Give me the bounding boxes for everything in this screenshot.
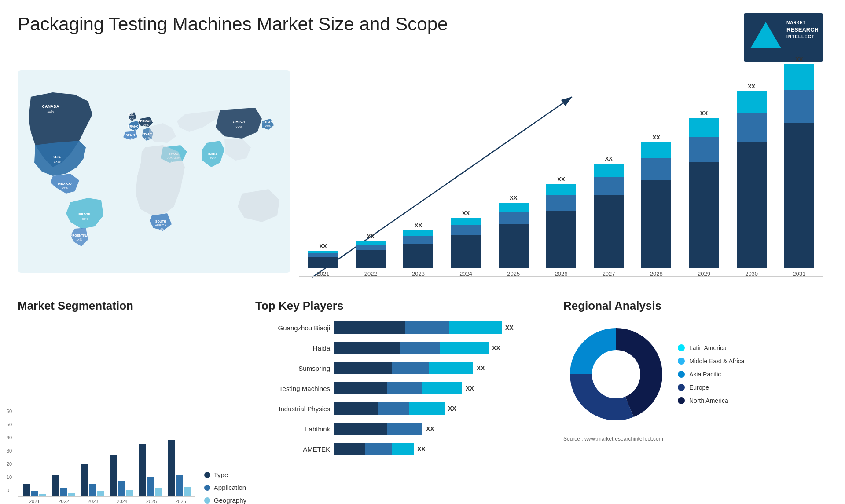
header: Packaging Testing Machines Market Size a… bbox=[0, 0, 845, 66]
bar-2026: XX 2026 bbox=[546, 176, 576, 277]
player-ametek: AMETEK XX bbox=[255, 443, 555, 455]
world-map: CANADA xx% U.S. xx% MEXICO xx% BRAZIL xx… bbox=[18, 70, 282, 281]
player-industrial-physics: Industrial Physics XX bbox=[255, 402, 555, 415]
legend-geography: Geography bbox=[204, 497, 246, 504]
regional-legend: Latin America Middle East & Africa Asia … bbox=[678, 344, 744, 404]
player-guangzhou: Guangzhou Biaoji XX bbox=[255, 321, 555, 334]
north-america-dot bbox=[678, 397, 685, 404]
svg-text:CHINA: CHINA bbox=[233, 120, 246, 124]
svg-text:MEXICO: MEXICO bbox=[58, 182, 72, 186]
svg-text:AFRICA: AFRICA bbox=[155, 224, 166, 227]
players-section: Top Key Players Guangzhou Biaoji XX Hai bbox=[255, 299, 555, 504]
segmentation-title: Market Segmentation bbox=[18, 299, 246, 313]
legend-application: Application bbox=[204, 484, 246, 491]
players-bars: Guangzhou Biaoji XX Haida bbox=[255, 321, 555, 455]
bar-2029: XX 2029 bbox=[689, 110, 719, 277]
svg-text:xx%: xx% bbox=[54, 160, 60, 164]
segmentation-legend: Type Application Geography bbox=[204, 471, 246, 504]
svg-text:xx%: xx% bbox=[82, 217, 88, 220]
svg-text:FRANCE: FRANCE bbox=[128, 125, 140, 128]
type-dot bbox=[204, 472, 210, 478]
svg-text:xx%: xx% bbox=[144, 137, 150, 140]
legend-asia-pacific: Asia Pacific bbox=[678, 371, 744, 378]
segmentation-chart-area: 0 10 20 30 40 50 60 bbox=[18, 317, 246, 504]
seg-bar-2025 bbox=[139, 444, 162, 496]
legend-europe: Europe bbox=[678, 384, 744, 391]
logo-box: MARKET RESEARCH INTELLECT bbox=[744, 13, 823, 62]
svg-text:xx%: xx% bbox=[127, 138, 133, 141]
svg-text:U.S.: U.S. bbox=[53, 155, 61, 159]
svg-text:GERMANY: GERMANY bbox=[138, 120, 154, 123]
svg-text:U.K.: U.K. bbox=[128, 113, 134, 116]
seg-bar-2023 bbox=[81, 464, 104, 496]
donut-area: Latin America Middle East & Africa Asia … bbox=[563, 321, 827, 427]
europe-dot bbox=[678, 384, 685, 391]
seg-bar-2024 bbox=[110, 455, 133, 496]
svg-text:xx%: xx% bbox=[128, 117, 134, 120]
bar-2021: XX 2021 bbox=[308, 243, 338, 277]
bar-2023: XX 2023 bbox=[403, 222, 433, 277]
svg-text:ARGENTINA: ARGENTINA bbox=[70, 234, 88, 237]
seg-bar-2026 bbox=[168, 440, 191, 496]
svg-text:CANADA: CANADA bbox=[42, 104, 59, 109]
latin-america-dot bbox=[678, 344, 685, 351]
bottom-grid: Market Segmentation 0 10 20 30 40 50 60 bbox=[9, 295, 836, 504]
seg-bar-2022 bbox=[52, 475, 75, 496]
regional-title: Regional Analysis bbox=[563, 299, 827, 313]
svg-text:xx%: xx% bbox=[76, 238, 82, 241]
segmentation-section: Market Segmentation 0 10 20 30 40 50 60 bbox=[18, 299, 246, 504]
svg-text:xx%: xx% bbox=[265, 124, 270, 128]
svg-point-40 bbox=[592, 351, 640, 398]
map-section: CANADA xx% U.S. xx% MEXICO xx% BRAZIL xx… bbox=[9, 66, 290, 295]
logo-text: MARKET RESEARCH INTELLECT bbox=[786, 20, 819, 40]
geography-dot bbox=[204, 497, 210, 504]
application-dot bbox=[204, 485, 210, 491]
player-haida: Haida XX bbox=[255, 342, 555, 354]
svg-text:SOUTH: SOUTH bbox=[155, 220, 166, 223]
legend-middle-east: Middle East & Africa bbox=[678, 358, 744, 365]
player-labthink: Labthink XX bbox=[255, 423, 555, 435]
bar-2030: XX 2030 bbox=[737, 83, 767, 277]
logo-triangle-icon bbox=[750, 22, 781, 48]
bar-2031: XX 2031 bbox=[784, 56, 814, 277]
logo-area: MARKET RESEARCH INTELLECT bbox=[739, 13, 827, 62]
bar-2024: XX 2024 bbox=[451, 210, 481, 277]
players-title: Top Key Players bbox=[255, 299, 555, 313]
player-sumspring: Sumspring XX bbox=[255, 362, 555, 374]
svg-text:JAPAN: JAPAN bbox=[262, 121, 272, 124]
donut-chart bbox=[563, 321, 669, 427]
svg-text:SPAIN: SPAIN bbox=[126, 134, 135, 137]
asia-pacific-dot bbox=[678, 371, 685, 378]
page-title: Packaging Testing Machines Market Size a… bbox=[18, 13, 448, 35]
svg-text:xx%: xx% bbox=[62, 186, 67, 190]
bar-chart-section: XX 2021 XX 2022 bbox=[290, 66, 836, 295]
svg-text:xx%: xx% bbox=[158, 228, 163, 231]
svg-text:xx%: xx% bbox=[235, 125, 242, 129]
svg-text:xx%: xx% bbox=[210, 157, 216, 160]
bar-2022: XX 2022 bbox=[356, 233, 386, 277]
bar-2025: XX 2025 bbox=[499, 194, 529, 277]
svg-text:INDIA: INDIA bbox=[208, 152, 218, 156]
seg-bar-2021 bbox=[23, 484, 46, 496]
player-testing-machines: Testing Machines XX bbox=[255, 382, 555, 394]
svg-text:xx%: xx% bbox=[47, 110, 54, 113]
svg-text:BRAZIL: BRAZIL bbox=[78, 212, 91, 216]
map-svg: CANADA xx% U.S. xx% MEXICO xx% BRAZIL xx… bbox=[18, 70, 290, 273]
legend-latin-america: Latin America bbox=[678, 344, 744, 351]
middle-east-dot bbox=[678, 358, 685, 365]
legend-type: Type bbox=[204, 471, 246, 478]
source-text: Source : www.marketresearchintellect.com bbox=[563, 436, 827, 442]
regional-section: Regional Analysis bbox=[563, 299, 827, 504]
legend-north-america: North America bbox=[678, 397, 744, 404]
content-grid: CANADA xx% U.S. xx% MEXICO xx% BRAZIL xx… bbox=[0, 66, 845, 504]
svg-text:xx%: xx% bbox=[143, 124, 148, 127]
bar-2028: XX 2028 bbox=[641, 134, 671, 277]
bar-2027: XX 2027 bbox=[594, 155, 624, 277]
